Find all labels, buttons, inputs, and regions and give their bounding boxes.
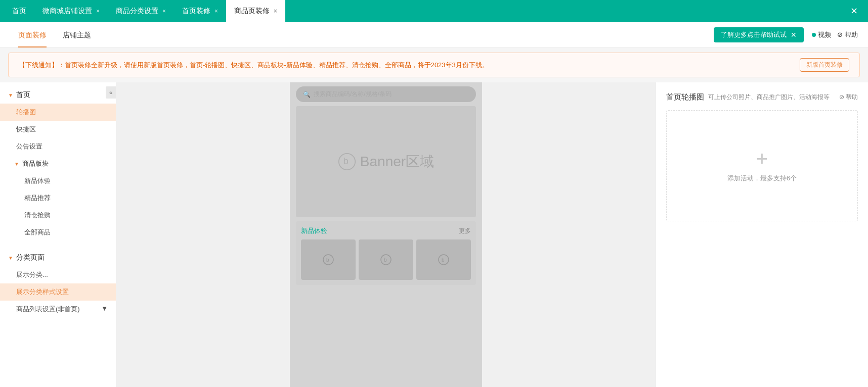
- sidebar-item-category-style[interactable]: 展示分类样式设置: [0, 283, 116, 301]
- item-logo-1: b: [322, 254, 334, 266]
- sidebar-group-category[interactable]: ▼ 分类页面: [0, 249, 116, 266]
- section-item-1: b: [301, 239, 356, 280]
- banner-logo-icon: b: [338, 153, 356, 171]
- right-panel-header: 首页轮播图 可上传公司照片、商品推广图片、活动海报等 ⊘ 帮助: [666, 92, 858, 102]
- sub-nav: 页面装修 店铺主题 了解更多点击帮助试试 ✕ 视频 ⊘ 帮助: [0, 22, 868, 47]
- right-panel-title-area: 首页轮播图 可上传公司照片、商品推广图片、活动海报等: [666, 92, 830, 102]
- svg-text:b: b: [343, 156, 349, 166]
- sidebar-subgroup-product-block[interactable]: ▼ 商品版块: [0, 155, 116, 172]
- sidebar-item-product-list[interactable]: 商品列表设置(非首页) ▼: [0, 301, 116, 318]
- notice-text: 【下线通知】：首页装修全新升级，请使用新版首页装修，首页-轮播图、快捷区、商品板…: [19, 61, 795, 70]
- sidebar-item-featured[interactable]: 精品推荐: [0, 189, 116, 207]
- help-banner-text: 了解更多点击帮助试试: [721, 30, 787, 39]
- sidebar-item-new-experience[interactable]: 新品体验: [0, 172, 116, 189]
- phone-search-bar[interactable]: 🔍 搜索商品编码/名称/规格/条码: [296, 86, 476, 102]
- preview-area: 🔍 搜索商品编码/名称/规格/条码 b Banner区域 新品体验 更多: [116, 82, 656, 387]
- banner-text: Banner区域: [360, 152, 434, 171]
- help-banner[interactable]: 了解更多点击帮助试试 ✕: [714, 27, 804, 42]
- sidebar-item-banner[interactable]: 轮播图: [0, 104, 116, 121]
- help-banner-close[interactable]: ✕: [791, 31, 797, 39]
- section-title: 新品体验: [301, 226, 327, 235]
- tab-store-settings[interactable]: 微商城店铺设置 ×: [34, 0, 108, 22]
- tab-category-settings[interactable]: 商品分类设置 ×: [108, 0, 174, 22]
- svg-text:b: b: [442, 257, 445, 263]
- sidebar-item-notice[interactable]: 公告设置: [0, 138, 116, 155]
- help-link[interactable]: ⊘ 帮助: [837, 30, 858, 39]
- add-banner-label: 添加活动，最多支持6个: [727, 174, 797, 183]
- tab-page-decoration[interactable]: 页面装修: [10, 22, 55, 47]
- video-dot: [812, 33, 816, 37]
- section-more: 更多: [459, 227, 471, 235]
- phone-section-new: 新品体验 更多 b b: [296, 221, 476, 285]
- svg-text:b: b: [384, 257, 387, 263]
- sidebar: « ▼ 首页 轮播图 快捷区 公告设置 ▼ 商品版块 新品体验: [0, 82, 116, 387]
- phone-banner-area: b Banner区域: [296, 106, 476, 217]
- sidebar-item-clearance[interactable]: 清仓抢购: [0, 207, 116, 224]
- close-tab-home-decoration[interactable]: ×: [214, 8, 218, 15]
- search-icon: 🔍: [303, 91, 311, 98]
- category-group-arrow: ▼: [8, 255, 13, 261]
- add-plus-icon: +: [756, 149, 768, 169]
- sidebar-item-show-category[interactable]: 展示分类...: [0, 266, 116, 283]
- tab-home-decoration[interactable]: 首页装修 ×: [174, 0, 226, 22]
- right-panel-help-button[interactable]: ⊘ 帮助: [839, 93, 858, 102]
- product-block-arrow: ▼: [14, 161, 19, 167]
- sidebar-section-home: ▼ 首页 轮播图 快捷区 公告设置 ▼ 商品版块 新品体验 精品推荐: [0, 82, 116, 245]
- product-list-expand-icon: ▼: [101, 305, 108, 312]
- svg-text:b: b: [326, 257, 329, 263]
- close-tab-category-settings[interactable]: ×: [162, 8, 166, 15]
- close-tab-product-decoration[interactable]: ×: [274, 8, 277, 15]
- right-panel-desc: 可上传公司照片、商品推广图片、活动海报等: [708, 93, 830, 102]
- section-grid: b b b: [301, 239, 471, 280]
- new-decoration-button[interactable]: 新版首页装修: [800, 58, 849, 72]
- banner-watermark: b Banner区域: [338, 152, 434, 171]
- tab-home[interactable]: 首页: [4, 0, 34, 22]
- section-item-3: b: [416, 239, 471, 280]
- main-layout: « ▼ 首页 轮播图 快捷区 公告设置 ▼ 商品版块 新品体验: [0, 82, 868, 387]
- add-banner-button[interactable]: + 添加活动，最多支持6个: [666, 110, 858, 221]
- sidebar-item-shortcut[interactable]: 快捷区: [0, 121, 116, 138]
- section-item-2: b: [359, 239, 413, 280]
- close-tab-store-settings[interactable]: ×: [96, 8, 100, 15]
- sidebar-collapse-button[interactable]: «: [106, 86, 116, 99]
- phone-mockup: 🔍 搜索商品编码/名称/规格/条码 b Banner区域 新品体验 更多: [290, 82, 482, 387]
- home-group-arrow: ▼: [8, 92, 13, 98]
- close-all-tabs[interactable]: ✕: [844, 6, 864, 17]
- video-link[interactable]: 视频: [812, 30, 831, 39]
- search-placeholder: 搜索商品编码/名称/规格/条码: [314, 90, 392, 99]
- item-logo-3: b: [438, 254, 450, 266]
- right-panel: 首页轮播图 可上传公司照片、商品推广图片、活动海报等 ⊘ 帮助 + 添加活动，最…: [656, 82, 868, 387]
- notice-bar: 【下线通知】：首页装修全新升级，请使用新版首页装修，首页-轮播图、快捷区、商品板…: [8, 53, 860, 77]
- right-panel-title: 首页轮播图: [666, 92, 704, 102]
- phone-section-header: 新品体验 更多: [301, 226, 471, 235]
- sidebar-group-home[interactable]: ▼ 首页: [0, 86, 116, 104]
- tab-bar: 首页 微商城店铺设置 × 商品分类设置 × 首页装修 × 商品页装修 × ✕: [0, 0, 868, 22]
- tab-store-theme[interactable]: 店铺主题: [55, 22, 99, 47]
- tab-product-decoration[interactable]: 商品页装修 ×: [226, 0, 285, 22]
- sidebar-section-category: ▼ 分类页面 展示分类... 展示分类样式设置 商品列表设置(非首页) ▼: [0, 245, 116, 322]
- sidebar-item-all-products[interactable]: 全部商品: [0, 224, 116, 241]
- item-logo-2: b: [380, 254, 392, 266]
